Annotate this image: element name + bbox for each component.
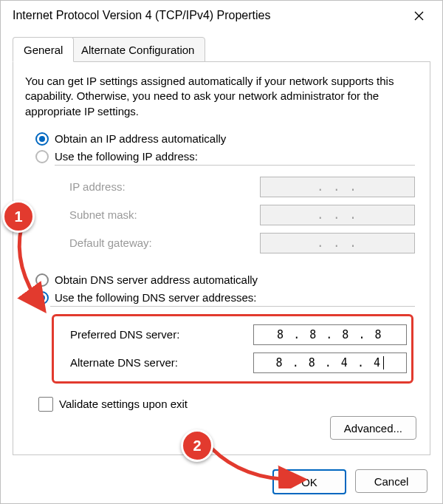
field-label: Subnet mask: [69, 208, 260, 221]
default-gateway-input: . . . [260, 233, 415, 253]
radio-icon [35, 132, 49, 146]
preferred-dns-input[interactable]: 8 . 8 . 8 . 8 [253, 324, 407, 345]
radio-label: Use the following DNS server addresses: [55, 291, 256, 304]
field-ip-address: IP address: . . . [69, 174, 415, 200]
radio-label: Use the following IP address: [55, 150, 198, 163]
tab-label: Alternate Configuration [81, 44, 194, 56]
radio-label: Obtain DNS server address automatically [55, 273, 258, 286]
field-label: Preferred DNS server: [70, 328, 253, 341]
tabstrip: General Alternate Configuration [13, 36, 430, 62]
radio-icon [35, 273, 49, 287]
field-subnet-mask: Subnet mask: . . . [69, 202, 415, 228]
alternate-dns-input[interactable]: 8 . 8 . 4 . 4 [253, 353, 407, 373]
advanced-button[interactable]: Advanced... [330, 416, 416, 440]
radio-label: Obtain an IP address automatically [55, 132, 226, 145]
field-preferred-dns: Preferred DNS server: 8 . 8 . 8 . 8 [70, 322, 407, 347]
ip-fields-group: IP address: . . . Subnet mask: . . . Def… [55, 165, 415, 256]
ipv4-properties-dialog: Internet Protocol Version 4 (TCP/IPv4) P… [0, 0, 443, 504]
close-button[interactable] [402, 4, 435, 27]
tab-content-general: You can get IP settings assigned automat… [13, 62, 430, 455]
radio-icon [35, 291, 49, 304]
checkbox-validate-settings[interactable]: Validate settings upon exit [38, 397, 418, 412]
annotation-badge-2: 2 [181, 429, 213, 462]
field-label: Default gateway: [69, 236, 260, 249]
annotation-badge-1: 1 [2, 200, 35, 233]
ip-address-input: . . . [260, 177, 415, 197]
cancel-button[interactable]: Cancel [355, 469, 427, 493]
dns-fields-group: Preferred DNS server: 8 . 8 . 8 . 8 Alte… [50, 306, 415, 384]
dialog-footer: OK Cancel [272, 469, 427, 494]
text-cursor [383, 356, 384, 370]
radio-obtain-ip-auto[interactable]: Obtain an IP address automatically [35, 132, 418, 146]
radio-obtain-dns-auto[interactable]: Obtain DNS server address automatically [35, 273, 418, 287]
ok-button[interactable]: OK [272, 469, 346, 494]
radio-use-following-ip[interactable]: Use the following IP address: [35, 150, 418, 163]
radio-use-following-dns[interactable]: Use the following DNS server addresses: [35, 291, 418, 304]
tab-general[interactable]: General [13, 37, 74, 62]
field-label: IP address: [69, 180, 260, 193]
field-label: Alternate DNS server: [70, 356, 253, 369]
checkbox-label: Validate settings upon exit [59, 398, 188, 410]
field-default-gateway: Default gateway: . . . [69, 231, 415, 256]
button-label: OK [301, 476, 317, 488]
titlebar: Internet Protocol Version 4 (TCP/IPv4) P… [1, 1, 442, 30]
window-title: Internet Protocol Version 4 (TCP/IPv4) P… [13, 9, 402, 22]
button-label: Cancel [374, 475, 409, 488]
tab-alternate-configuration[interactable]: Alternate Configuration [70, 37, 205, 62]
intro-text: You can get IP settings assigned automat… [25, 74, 418, 119]
close-icon [414, 11, 424, 21]
field-alternate-dns: Alternate DNS server: 8 . 8 . 4 . 4 [70, 350, 407, 375]
checkbox-icon [38, 397, 53, 412]
tab-label: General [24, 44, 63, 56]
annotation-highlight-box: Preferred DNS server: 8 . 8 . 8 . 8 Alte… [52, 314, 413, 384]
radio-icon [35, 150, 49, 163]
button-label: Advanced... [344, 422, 402, 435]
subnet-mask-input: . . . [260, 205, 415, 225]
